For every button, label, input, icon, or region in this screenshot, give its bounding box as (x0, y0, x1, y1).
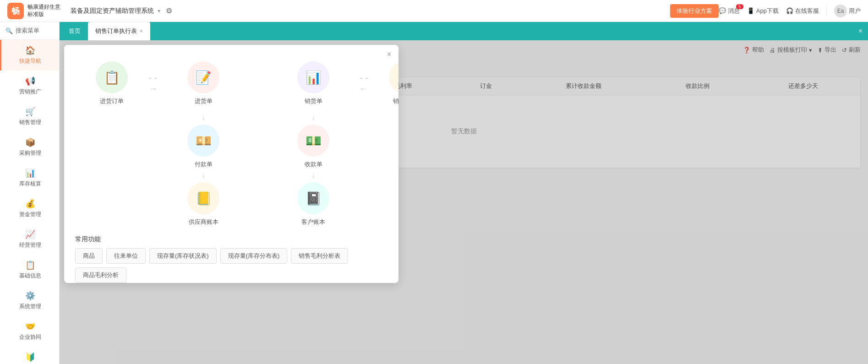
common-func-title: 常用功能 (75, 235, 388, 244)
purchase-bill-icon: 📝 (187, 61, 219, 93)
common-func: 常用功能 商品 往来单位 现存量(库存状况表) 现存量(库存分布表) 销售毛利分… (75, 235, 388, 283)
search-icon: 🔍 (5, 27, 13, 34)
sidebar-item-marketing[interactable]: 📢 营销推广 (0, 71, 59, 101)
flow-cell-purchase-order[interactable]: 📋 进货订单 (96, 56, 128, 111)
marketing-icon: 📢 (25, 76, 35, 86)
message-badge: 5 (736, 4, 743, 9)
user-item[interactable]: Ea 用户 (834, 5, 861, 17)
purchase-order-label: 进货订单 (100, 97, 124, 105)
app-download-item[interactable]: 📱 App下载 (747, 7, 779, 15)
top-bar: 畅 畅康通好生意 标准版 装备及固定资产辅助管理系统 ▾ ⚙ 体验行业方案 💬 … (0, 0, 868, 22)
inventory-icon: 📊 (25, 168, 35, 178)
flow-cell-customer-account[interactable]: 📓 客户账本 (297, 182, 329, 226)
flow-diagram: 📋 进货订单 - - → 📝 进货单 (75, 56, 388, 226)
sidebar-item-basic-info[interactable]: 📋 基础信息 (0, 255, 59, 285)
sidebar: 🔍 搜索菜单 🏠 快捷导航 📢 营销推广 🛒 销售管理 📦 采购管理 📊 (0, 22, 60, 364)
sidebar-item-inventory[interactable]: 📊 库存核算 (0, 163, 59, 193)
func-btn-product-margin[interactable]: 商品毛利分析 (75, 267, 126, 283)
supplier-account-icon: 📒 (187, 182, 219, 214)
receipt-bill-label: 收款单 (305, 160, 322, 168)
func-btn-sales-analysis[interactable]: 销售毛利分析表 (291, 248, 348, 264)
avatar: Ea (834, 5, 847, 17)
purchase-order-icon: 📋 (96, 61, 128, 93)
system-icon: ⚙️ (25, 291, 35, 301)
flow-cell-purchase-bill[interactable]: 📝 进货单 (187, 56, 219, 111)
tabs-close-all-icon[interactable]: × (858, 27, 863, 35)
page-content: ❓ 帮助 🖨 按模板打印 ▾ ⬆ 导出 ↺ 刷新 (60, 40, 868, 364)
flow-cell-supplier-account[interactable]: 📒 供应商账本 (187, 182, 219, 226)
purchase-icon: 📦 (25, 137, 35, 147)
arrow-right-2: - - → (350, 73, 368, 94)
sales-icon: 🛒 (25, 107, 35, 117)
func-btn-partner[interactable]: 往来单位 (106, 248, 146, 264)
sidebar-item-operations[interactable]: 📈 经营管理 (0, 224, 59, 255)
func-buttons: 商品 往来单位 现存量(库存状况表) 现存量(库存分布表) 销售毛利分析表 商品… (75, 248, 388, 283)
sale-bill-label: 销货单 (305, 97, 322, 105)
customer-account-label: 客户账本 (301, 218, 325, 226)
message-icon: 💬 (719, 7, 726, 14)
settings-gear-icon[interactable]: ⚙ (166, 6, 172, 15)
flow-cell-sale-bill[interactable]: 📊 销货单 (297, 56, 329, 111)
tab-close-icon[interactable]: × (140, 28, 143, 34)
func-btn-stock-dist[interactable]: 现存量(库存分布表) (220, 248, 288, 264)
sidebar-item-enterprise[interactable]: 🤝 企业协同 (0, 316, 59, 347)
modal: × 📋 进货订单 - - → (64, 45, 399, 283)
func-btn-product[interactable]: 商品 (75, 248, 103, 264)
modal-overlay[interactable]: × 📋 进货订单 - - → (60, 40, 868, 364)
tab-home[interactable]: 首页 (61, 22, 88, 40)
func-btn-stock-status[interactable]: 现存量(库存状况表) (149, 248, 217, 264)
sidebar-item-sales[interactable]: 🛒 销售管理 (0, 101, 59, 132)
sale-order-icon: 📄 (389, 61, 399, 93)
online-service-item[interactable]: 🎧 在线客服 (786, 7, 819, 15)
receipt-bill-icon: 💵 (297, 125, 329, 157)
modal-close-icon[interactable]: × (387, 50, 391, 59)
logo-text: 畅康通好生意 标准版 (27, 4, 60, 18)
arrow-down-4: ↓ (311, 171, 315, 179)
sidebar-item-system[interactable]: ⚙️ 系统管理 (0, 285, 59, 316)
sidebar-item-finance[interactable]: 💰 资金管理 (0, 193, 59, 224)
guide-icon: 🔰 (25, 352, 35, 362)
title-dropdown-icon[interactable]: ▾ (158, 8, 160, 14)
separator (826, 6, 827, 16)
payment-bill-label: 付款单 (195, 160, 213, 168)
content-area: 首页 销售订单执行表 × × ❓ 帮助 (60, 22, 868, 364)
logo-area: 畅 畅康通好生意 标准版 (7, 3, 67, 19)
system-title: 装备及固定资产辅助管理系统 (71, 7, 154, 15)
finance-icon: 💰 (25, 199, 35, 209)
main-layout: 🔍 搜索菜单 🏠 快捷导航 📢 营销推广 🛒 销售管理 📦 采购管理 📊 (0, 22, 868, 364)
operations-icon: 📈 (25, 229, 35, 239)
logo-icon: 畅 (7, 3, 24, 19)
sidebar-search[interactable]: 🔍 搜索菜单 (0, 22, 59, 40)
app-wrapper: 畅 畅康通好生意 标准版 装备及固定资产辅助管理系统 ▾ ⚙ 体验行业方案 💬 … (0, 0, 868, 364)
tabs-bar: 首页 销售订单执行表 × × (60, 22, 868, 40)
sale-order-label: 销售订单 (393, 97, 399, 105)
payment-bill-icon: 💴 (187, 125, 219, 157)
headset-icon: 🎧 (786, 7, 793, 14)
home-icon: 🏠 (25, 45, 35, 55)
arrow-down-2: ↓ (311, 114, 315, 122)
supplier-account-label: 供应商账本 (189, 218, 218, 226)
flow-cell-receipt-bill[interactable]: 💵 收款单 (297, 125, 329, 168)
customer-account-icon: 📓 (297, 182, 329, 214)
purchase-bill-label: 进货单 (195, 97, 213, 105)
sale-bill-icon: 📊 (297, 61, 329, 93)
flow-cell-sale-order[interactable]: 📄 销售订单 (389, 56, 399, 111)
flow-cell-payment-bill[interactable]: 💴 付款单 (187, 125, 219, 168)
arrow-down-3: ↓ (202, 171, 205, 179)
basic-info-icon: 📋 (25, 260, 35, 270)
arrow-right-1: - - → (148, 73, 167, 94)
app-title-area: 装备及固定资产辅助管理系统 ▾ ⚙ (67, 6, 670, 15)
arrow-down-1: ↓ (202, 114, 205, 122)
tab-sales-order[interactable]: 销售订单执行表 × (88, 22, 150, 40)
experience-btn[interactable]: 体验行业方案 (670, 4, 719, 18)
top-right: 💬 消息 5 📱 App下载 🎧 在线客服 Ea 用户 (719, 5, 861, 17)
phone-icon: 📱 (747, 7, 754, 14)
message-item[interactable]: 💬 消息 5 (719, 7, 740, 15)
sidebar-item-quick-nav[interactable]: 🏠 快捷导航 (0, 40, 59, 71)
enterprise-icon: 🤝 (25, 321, 35, 331)
sidebar-item-guide[interactable]: 🔰 新手引导 (0, 347, 59, 364)
sidebar-item-purchase[interactable]: 📦 采购管理 (0, 132, 59, 163)
